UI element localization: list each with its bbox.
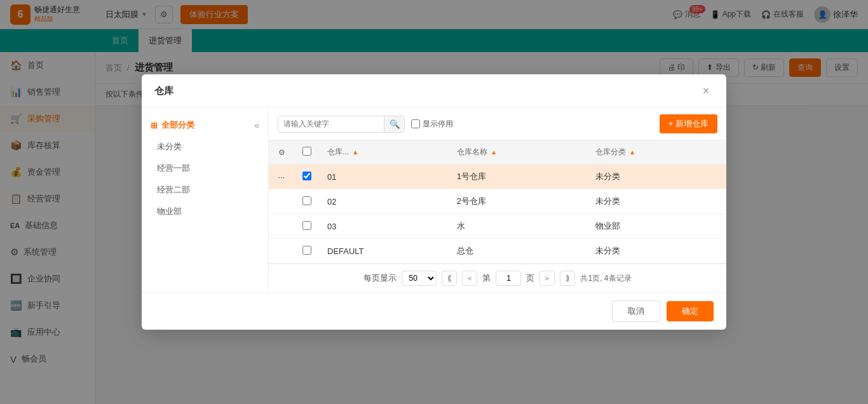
search-box: 🔍 <box>278 116 405 133</box>
row-checkbox-cell <box>294 239 320 264</box>
table-header: ⚙ 仓库... ▲ 仓库名称 ▲ <box>269 140 726 165</box>
th-code: 仓库... ▲ <box>320 140 449 165</box>
warehouse-modal: 仓库 × ⊞ 全部分类 « 未分类 经营一部 经营二部 物业部 <box>142 74 726 330</box>
th-settings: ⚙ <box>269 140 294 165</box>
category-item-dept2[interactable]: 经营二部 <box>142 179 268 201</box>
modal-body: ⊞ 全部分类 « 未分类 经营一部 经营二部 物业部 🔍 <box>142 108 726 292</box>
row-code: 02 <box>320 189 449 214</box>
first-page-button[interactable]: ⟪ <box>442 271 457 286</box>
per-page-select[interactable]: 50 20 100 <box>402 271 437 286</box>
search-input[interactable] <box>278 116 384 131</box>
warehouse-table: ⚙ 仓库... ▲ 仓库名称 ▲ <box>269 140 726 264</box>
row-checkbox-cell <box>294 214 320 239</box>
search-button[interactable]: 🔍 <box>384 116 405 132</box>
data-table: ⚙ 仓库... ▲ 仓库名称 ▲ <box>269 140 726 264</box>
sort-code-icon: ▲ <box>352 149 358 156</box>
table-panel: 🔍 显示停用 + 新增仓库 ⚙ <box>269 108 726 292</box>
pagination: 每页显示 50 20 100 ⟪ ＜ 第 页 ＞ ⟫ 共1页, 4条记录 <box>269 264 726 292</box>
modal-overlay: 仓库 × ⊞ 全部分类 « 未分类 经营一部 经营二部 物业部 <box>0 0 868 404</box>
modal-close-button[interactable]: × <box>698 83 714 98</box>
row-name: 总仓 <box>449 239 588 264</box>
show-disabled-checkbox[interactable] <box>411 119 420 128</box>
select-all-checkbox[interactable] <box>302 147 311 156</box>
cancel-button[interactable]: 取消 <box>612 300 660 322</box>
next-page-button[interactable]: ＞ <box>539 271 555 286</box>
category-item-dept1[interactable]: 经营一部 <box>142 158 268 179</box>
sort-name-icon: ▲ <box>491 149 497 156</box>
th-category: 仓库分类 ▲ <box>588 140 726 165</box>
grid-icon: ⊞ <box>151 121 158 130</box>
row-name: 1号仓库 <box>449 165 588 189</box>
row-name: 2号仓库 <box>449 189 588 214</box>
row-checkbox[interactable] <box>302 221 311 230</box>
row-actions: ··· <box>269 165 294 189</box>
row-category: 未分类 <box>588 189 726 214</box>
category-header: ⊞ 全部分类 « <box>142 114 268 136</box>
table-toolbar: 🔍 显示停用 + 新增仓库 <box>269 108 726 140</box>
sort-category-icon: ▲ <box>629 149 635 156</box>
row-checkbox[interactable] <box>302 246 311 255</box>
page-label: 第 <box>482 273 491 284</box>
th-checkbox <box>294 140 320 165</box>
confirm-button[interactable]: 确定 <box>667 301 714 321</box>
table-row[interactable]: 03 水 物业部 <box>269 214 726 239</box>
show-disabled-label[interactable]: 显示停用 <box>411 119 453 130</box>
category-panel: ⊞ 全部分类 « 未分类 经营一部 经营二部 物业部 <box>142 108 269 292</box>
category-item-property[interactable]: 物业部 <box>142 201 268 222</box>
category-item-unclassified[interactable]: 未分类 <box>142 136 268 158</box>
row-code: DEFAULT <box>320 239 449 264</box>
prev-page-button[interactable]: ＜ <box>462 271 477 286</box>
row-name: 水 <box>449 214 588 239</box>
table-row[interactable]: 02 2号仓库 未分类 <box>269 189 726 214</box>
row-actions <box>269 214 294 239</box>
per-page-label: 每页显示 <box>363 273 397 284</box>
all-category-button[interactable]: ⊞ 全部分类 <box>151 119 194 131</box>
row-actions <box>269 189 294 214</box>
total-info: 共1页, 4条记录 <box>580 273 631 284</box>
row-checkbox[interactable] <box>302 196 311 205</box>
row-category: 物业部 <box>588 214 726 239</box>
modal-footer: 取消 确定 <box>142 292 726 330</box>
last-page-button[interactable]: ⟫ <box>560 271 575 286</box>
row-actions <box>269 239 294 264</box>
row-code: 01 <box>320 165 449 189</box>
modal-header: 仓库 × <box>142 74 726 108</box>
show-disabled-text: 显示停用 <box>423 119 453 130</box>
table-row[interactable]: DEFAULT 总仓 未分类 <box>269 239 726 264</box>
table-body: ··· 01 1号仓库 未分类 <box>269 165 726 264</box>
row-code: 03 <box>320 214 449 239</box>
page-number-input[interactable] <box>496 271 521 286</box>
row-checkbox-cell <box>294 189 320 214</box>
row-category: 未分类 <box>588 165 726 189</box>
table-row[interactable]: ··· 01 1号仓库 未分类 <box>269 165 726 189</box>
row-checkbox[interactable] <box>302 172 311 180</box>
page-suffix: 页 <box>526 273 534 284</box>
collapse-button[interactable]: « <box>254 120 259 130</box>
th-name: 仓库名称 ▲ <box>449 140 588 165</box>
all-category-label: 全部分类 <box>161 119 194 131</box>
add-warehouse-button[interactable]: + 新增仓库 <box>660 114 717 133</box>
row-checkbox-cell <box>294 165 320 189</box>
row-category: 未分类 <box>588 239 726 264</box>
modal-title: 仓库 <box>154 85 173 97</box>
